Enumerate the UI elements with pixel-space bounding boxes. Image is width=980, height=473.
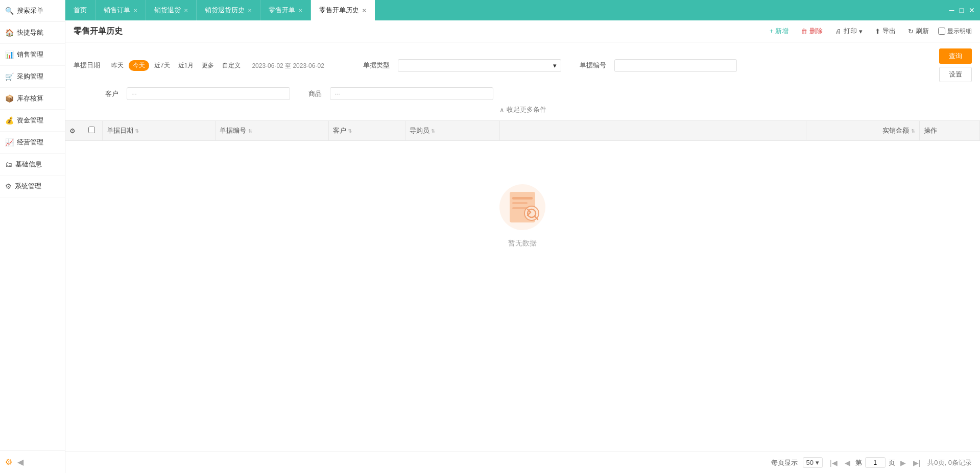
- filter-area: 单据日期 昨天 今天 近7天 近1月 更多 自定义 2023-06-02 至 2…: [65, 42, 980, 121]
- goods-label: 商品: [308, 89, 322, 98]
- per-page-select[interactable]: 50 ▾: [803, 457, 823, 468]
- sidebar-search[interactable]: 🔍 搜索采单: [0, 0, 65, 22]
- refresh-button[interactable]: ↻ 刷新: [905, 24, 932, 38]
- footer-pagination: 每页显示 50 ▾ |◀ ◀ 第 页 ▶ ▶| 共0页, 0条记录: [65, 452, 980, 473]
- print-dropdown-icon: ▾: [859, 28, 863, 35]
- date-btn-more[interactable]: 更多: [199, 60, 217, 71]
- empty-text: 暂无数据: [508, 239, 537, 248]
- sidebar-item-purchase-mgmt[interactable]: 🛒 采购管理: [0, 66, 65, 88]
- sidebar-item-inventory[interactable]: 📦 库存核算: [0, 88, 65, 110]
- collapse-button[interactable]: ∧ 收起更多条件: [499, 105, 546, 114]
- add-button[interactable]: + 新增: [767, 24, 792, 38]
- table-header: ⚙ 单据日期 ⇅ 单据编号 ⇅ 客户 ⇅: [65, 121, 980, 141]
- sidebar-item-quick-nav[interactable]: 🏠 快捷导航: [0, 22, 65, 44]
- first-page-button[interactable]: |◀: [828, 458, 840, 468]
- collapse-sidebar-icon[interactable]: ◀: [17, 457, 23, 467]
- date-range-display: 2023-06-02 至 2023-06-02: [252, 62, 324, 70]
- customer-placeholder: ···: [131, 90, 137, 97]
- tab-close-icon[interactable]: ✕: [248, 8, 252, 13]
- tab-close-icon[interactable]: ✕: [362, 8, 366, 13]
- data-table: ⚙ 单据日期 ⇅ 单据编号 ⇅ 客户 ⇅: [65, 121, 980, 279]
- sort-icon[interactable]: ⇅: [348, 128, 352, 134]
- sidebar-item-base-info[interactable]: 🗂 基础信息: [0, 154, 65, 176]
- collapse-label: 收起更多条件: [507, 105, 546, 114]
- sidebar-item-operations[interactable]: 📈 经营管理: [0, 132, 65, 154]
- customer-input[interactable]: ···: [127, 87, 290, 100]
- tab-close-icon[interactable]: ✕: [298, 8, 302, 13]
- window-close-icon[interactable]: ✕: [969, 6, 975, 14]
- query-buttons: 查询 设置: [939, 48, 972, 82]
- print-button[interactable]: 🖨 打印 ▾: [832, 24, 866, 38]
- order-no-input[interactable]: [614, 59, 737, 72]
- tab-retail-open[interactable]: 零售开单 ✕: [260, 0, 311, 20]
- export-label: 导出: [882, 27, 896, 36]
- sort-icon[interactable]: ⇅: [911, 128, 915, 134]
- show-detail-label-text: 显示明细: [947, 27, 972, 36]
- order-type-label: 单据类型: [363, 61, 390, 70]
- th-customer: 客户 ⇅: [328, 121, 405, 141]
- sidebar-item-finance[interactable]: 💰 资金管理: [0, 110, 65, 132]
- tab-retail-open-history[interactable]: 零售开单历史 ✕: [311, 0, 375, 20]
- tab-home-label: 首页: [74, 6, 87, 15]
- th-checkbox[interactable]: [84, 121, 102, 141]
- main-content: 首页 销售订单 ✕ 销货退货 ✕ 销货退货历史 ✕ 零售开单 ✕ 零售开单历史 …: [65, 0, 980, 473]
- table-header-row: ⚙ 单据日期 ⇅ 单据编号 ⇅ 客户 ⇅: [65, 121, 980, 141]
- tab-sales-return-history[interactable]: 销货退货历史 ✕: [197, 0, 260, 20]
- empty-state: 暂无数据: [65, 141, 980, 279]
- th-action-label: 操作: [924, 127, 937, 134]
- sidebar-item-label: 库存核算: [17, 94, 43, 103]
- sort-icon[interactable]: ⇅: [431, 128, 435, 134]
- export-button[interactable]: ⬆ 导出: [872, 24, 899, 38]
- goods-input[interactable]: ···: [330, 87, 493, 100]
- window-maximize-icon[interactable]: □: [960, 6, 964, 14]
- sidebar-item-sales-mgmt[interactable]: 📊 销售管理: [0, 44, 65, 66]
- filter-settings-button[interactable]: 设置: [939, 67, 972, 82]
- page-word: 第: [855, 458, 862, 467]
- select-all-checkbox[interactable]: [88, 127, 95, 133]
- delete-button[interactable]: 🗑 删除: [798, 24, 826, 38]
- th-gear[interactable]: ⚙: [65, 121, 84, 141]
- print-label: 打印: [844, 27, 857, 36]
- tab-close-icon[interactable]: ✕: [184, 8, 188, 13]
- next-page-button[interactable]: ▶: [898, 458, 908, 468]
- order-type-select[interactable]: ▾: [398, 59, 561, 72]
- filter-row-1: 单据日期 昨天 今天 近7天 近1月 更多 自定义 2023-06-02 至 2…: [74, 48, 972, 82]
- sidebar-footer: ⚙ ◀: [0, 451, 65, 473]
- tab-home[interactable]: 首页: [65, 0, 95, 20]
- query-button[interactable]: 查询: [939, 48, 972, 64]
- add-label: + 新增: [770, 27, 788, 36]
- sort-icon[interactable]: ⇅: [248, 128, 252, 134]
- chevron-up-icon: ∧: [499, 106, 505, 114]
- table-body: 暂无数据: [65, 141, 980, 279]
- date-btn-yesterday[interactable]: 昨天: [108, 60, 127, 71]
- per-page-value: 50: [806, 459, 814, 466]
- date-btn-today[interactable]: 今天: [129, 60, 149, 71]
- column-settings-icon[interactable]: ⚙: [69, 127, 76, 135]
- window-minimize-icon[interactable]: ─: [949, 6, 954, 14]
- date-btn-custom[interactable]: 自定义: [219, 60, 244, 71]
- prev-page-button[interactable]: ◀: [843, 458, 852, 468]
- tab-close-icon[interactable]: ✕: [133, 8, 137, 13]
- show-detail-toggle[interactable]: 显示明细: [938, 27, 972, 36]
- show-detail-checkbox[interactable]: [938, 28, 945, 35]
- delete-label: 删除: [809, 27, 823, 36]
- last-page-button[interactable]: ▶|: [911, 458, 923, 468]
- tab-bar-right: ─ □ ✕: [949, 6, 980, 14]
- sidebar-item-label: 采购管理: [17, 72, 43, 81]
- page-number-input[interactable]: [865, 457, 886, 468]
- tab-sales-order[interactable]: 销售订单 ✕: [95, 0, 146, 20]
- sidebar-item-label: 快捷导航: [17, 28, 43, 37]
- th-action: 操作: [919, 121, 979, 141]
- tab-sales-return[interactable]: 销货退货 ✕: [146, 0, 197, 20]
- date-btn-last-month[interactable]: 近1月: [175, 60, 197, 71]
- date-filter-label: 单据日期: [74, 61, 100, 70]
- gear-icon: ⚙: [5, 182, 12, 190]
- sort-icon[interactable]: ⇅: [135, 128, 139, 134]
- settings-icon[interactable]: ⚙: [5, 457, 12, 467]
- home-icon: 🏠: [5, 29, 14, 37]
- svg-rect-3: [512, 202, 528, 204]
- sidebar-item-system[interactable]: ⚙ 系统管理: [0, 176, 65, 197]
- per-page-dropdown-icon: ▾: [816, 459, 819, 466]
- sidebar-item-label: 基础信息: [15, 160, 42, 169]
- date-btn-last7[interactable]: 近7天: [151, 60, 173, 71]
